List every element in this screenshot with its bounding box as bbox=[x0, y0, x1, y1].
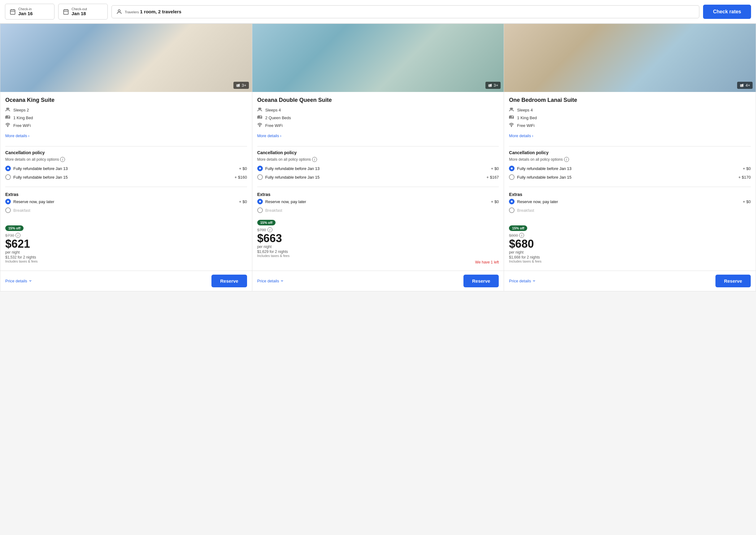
radio-unselected-oceana-king-suite[interactable] bbox=[5, 174, 11, 180]
chevron-right-icon: › bbox=[28, 133, 29, 138]
refund-option-1-one-bedroom-lanai-suite[interactable]: Fully refundable before Jan 13 + $0 bbox=[509, 166, 751, 171]
radio-selected-oceana-king-suite[interactable] bbox=[5, 166, 11, 171]
radio-unselected-one-bedroom-lanai-suite[interactable] bbox=[509, 174, 515, 180]
reserve-button-oceana-king-suite[interactable]: Reserve bbox=[211, 275, 247, 287]
extra-radio-unselected-oceana-double-queen-suite[interactable] bbox=[257, 208, 263, 213]
more-details-link-oceana-king-suite[interactable]: More details › bbox=[5, 133, 247, 138]
checkout-field[interactable]: Check-out Jan 18 bbox=[58, 4, 108, 19]
extra-option-1-one-bedroom-lanai-suite[interactable]: Reserve now, pay later + $0 bbox=[509, 199, 751, 204]
extra-radio-unselected-oceana-king-suite[interactable] bbox=[5, 208, 11, 213]
more-details-link-one-bedroom-lanai-suite[interactable]: More details › bbox=[509, 133, 751, 138]
reserve-button-oceana-double-queen-suite[interactable]: Reserve bbox=[463, 275, 499, 287]
refund-text-2-one-bedroom-lanai-suite: Fully refundable before Jan 15 bbox=[517, 175, 572, 180]
room-image-oceana-double-queen-suite[interactable]: 3+ bbox=[252, 24, 504, 92]
refund-price-1-oceana-king-suite: + $0 bbox=[239, 166, 247, 171]
sleeps-amenity-one-bedroom-lanai-suite: Sleeps 4 bbox=[509, 107, 751, 113]
reserve-button-one-bedroom-lanai-suite[interactable]: Reserve bbox=[715, 275, 751, 287]
wifi-amenity-one-bedroom-lanai-suite: Free WiFi bbox=[509, 123, 751, 128]
price-section-one-bedroom-lanai-suite: 15% off $800 i $680 per night $1,668 for… bbox=[509, 222, 751, 266]
refund-option-2-oceana-double-queen-suite[interactable]: Fully refundable before Jan 15 + $167 bbox=[257, 174, 499, 180]
extra-radio-selected-oceana-king-suite[interactable] bbox=[5, 199, 11, 204]
info-icon-one-bedroom-lanai-suite[interactable]: i bbox=[564, 157, 569, 162]
discount-badge-oceana-double-queen-suite: 15% off bbox=[257, 220, 275, 225]
room-image-oceana-king-suite[interactable]: 3+ bbox=[0, 24, 252, 92]
svg-rect-21 bbox=[259, 116, 260, 117]
extra-radio-unselected-one-bedroom-lanai-suite[interactable] bbox=[509, 208, 515, 213]
wifi-text-one-bedroom-lanai-suite: Free WiFi bbox=[517, 123, 534, 128]
refund-price-1-oceana-double-queen-suite: + $0 bbox=[491, 166, 499, 171]
divider-1-oceana-king-suite bbox=[5, 146, 247, 147]
sleeps-text-one-bedroom-lanai-suite: Sleeps 4 bbox=[517, 108, 533, 112]
price-info-icon-oceana-king-suite[interactable]: i bbox=[15, 233, 20, 238]
refund-text-1-oceana-king-suite: Fully refundable before Jan 13 bbox=[13, 166, 68, 171]
price-info-icon-oceana-double-queen-suite[interactable]: i bbox=[267, 227, 272, 232]
total-price-oceana-king-suite: $1,532 for 2 nights bbox=[5, 255, 247, 260]
refund-option-1-oceana-king-suite[interactable]: Fully refundable before Jan 13 + $0 bbox=[5, 166, 247, 171]
sleeps-icon bbox=[5, 107, 11, 113]
discount-badge-oceana-king-suite: 15% off bbox=[5, 225, 23, 231]
refund-text-1-oceana-double-queen-suite: Fully refundable before Jan 13 bbox=[265, 166, 320, 171]
extra-option-1-oceana-king-suite[interactable]: Reserve now, pay later + $0 bbox=[5, 199, 247, 204]
per-night-one-bedroom-lanai-suite: per night bbox=[509, 250, 751, 255]
refund-option-2-one-bedroom-lanai-suite[interactable]: Fully refundable before Jan 15 + $170 bbox=[509, 174, 751, 180]
more-details-link-oceana-double-queen-suite[interactable]: More details › bbox=[257, 133, 499, 138]
sleeps-text-oceana-king-suite: Sleeps 2 bbox=[13, 108, 29, 112]
wifi-text-oceana-double-queen-suite: Free WiFi bbox=[265, 123, 283, 128]
bed-amenity-one-bedroom-lanai-suite: 1 King Bed bbox=[509, 115, 751, 121]
info-icon-oceana-king-suite[interactable]: i bbox=[60, 157, 65, 162]
taxes-note-one-bedroom-lanai-suite: Includes taxes & fees bbox=[509, 260, 751, 263]
travelers-field[interactable]: Travelers 1 room, 2 travelers bbox=[111, 5, 699, 18]
extra-text-1-oceana-king-suite: Reserve now, pay later bbox=[13, 199, 54, 204]
extra-option-2-oceana-double-queen-suite[interactable]: Breakfast bbox=[257, 208, 499, 213]
bed-text-oceana-double-queen-suite: 2 Queen Beds bbox=[265, 116, 291, 120]
checkin-label: Check-in bbox=[18, 7, 33, 11]
svg-point-8 bbox=[118, 10, 121, 12]
refund-text-2-oceana-double-queen-suite: Fully refundable before Jan 15 bbox=[265, 175, 320, 180]
svg-rect-14 bbox=[7, 116, 8, 117]
refund-option-1-oceana-double-queen-suite[interactable]: Fully refundable before Jan 13 + $0 bbox=[257, 166, 499, 171]
extra-radio-selected-oceana-double-queen-suite[interactable] bbox=[257, 199, 263, 204]
cancellation-title-oceana-king-suite: Cancellation policy bbox=[5, 150, 247, 155]
original-price-one-bedroom-lanai-suite: $800 i bbox=[509, 233, 751, 238]
extra-radio-selected-one-bedroom-lanai-suite[interactable] bbox=[509, 199, 515, 204]
photo-count-badge-oceana-double-queen-suite: 3+ bbox=[486, 82, 501, 89]
radio-selected-oceana-double-queen-suite[interactable] bbox=[257, 166, 263, 171]
cancellation-subtitle-one-bedroom-lanai-suite: More details on all policy options i bbox=[509, 157, 751, 162]
refund-price-2-one-bedroom-lanai-suite: + $170 bbox=[738, 175, 751, 180]
room-image-one-bedroom-lanai-suite[interactable]: 4+ bbox=[504, 24, 756, 92]
check-rates-button[interactable]: Check rates bbox=[703, 5, 751, 19]
taxes-note-oceana-king-suite: Includes taxes & fees bbox=[5, 260, 247, 263]
svg-rect-25 bbox=[742, 84, 743, 85]
price-details-link-oceana-double-queen-suite[interactable]: Price details bbox=[257, 279, 284, 283]
price-details-link-oceana-king-suite[interactable]: Price details bbox=[5, 279, 32, 283]
cancellation-title-one-bedroom-lanai-suite: Cancellation policy bbox=[509, 150, 751, 155]
extra-text-2-one-bedroom-lanai-suite: Breakfast bbox=[517, 208, 534, 213]
price-info-icon-one-bedroom-lanai-suite[interactable]: i bbox=[519, 233, 524, 238]
bed-amenity-oceana-double-queen-suite: 2 Queen Beds bbox=[257, 115, 499, 121]
extras-title-oceana-king-suite: Extras bbox=[5, 192, 247, 197]
extra-option-1-oceana-double-queen-suite[interactable]: Reserve now, pay later + $0 bbox=[257, 199, 499, 204]
room-name-oceana-king-suite: Oceana King Suite bbox=[5, 97, 247, 103]
extra-option-2-one-bedroom-lanai-suite[interactable]: Breakfast bbox=[509, 208, 751, 213]
sleeps-amenity-oceana-double-queen-suite: Sleeps 4 bbox=[257, 107, 499, 113]
radio-unselected-oceana-double-queen-suite[interactable] bbox=[257, 174, 263, 180]
extra-option-2-oceana-king-suite[interactable]: Breakfast bbox=[5, 208, 247, 213]
photos-icon bbox=[488, 83, 492, 88]
refund-option-2-oceana-king-suite[interactable]: Fully refundable before Jan 15 + $160 bbox=[5, 174, 247, 180]
refund-price-1-one-bedroom-lanai-suite: + $0 bbox=[743, 166, 751, 171]
svg-rect-11 bbox=[239, 84, 240, 85]
card-footer-oceana-king-suite: Price details Reserve bbox=[0, 270, 252, 291]
wifi-icon bbox=[509, 123, 515, 128]
cancellation-title-oceana-double-queen-suite: Cancellation policy bbox=[257, 150, 499, 155]
wifi-icon bbox=[5, 123, 11, 128]
chevron-right-icon: › bbox=[532, 133, 533, 138]
info-icon-oceana-double-queen-suite[interactable]: i bbox=[312, 157, 317, 162]
checkout-date: Jan 18 bbox=[71, 11, 86, 16]
price-details-link-one-bedroom-lanai-suite[interactable]: Price details bbox=[509, 279, 536, 283]
original-price-oceana-double-queen-suite: $780 i bbox=[257, 227, 499, 232]
checkin-field[interactable]: Check-in Jan 16 bbox=[5, 4, 54, 19]
svg-point-13 bbox=[8, 108, 9, 109]
radio-selected-one-bedroom-lanai-suite[interactable] bbox=[509, 166, 515, 171]
room-name-oceana-double-queen-suite: Oceana Double Queen Suite bbox=[257, 97, 499, 103]
card-footer-oceana-double-queen-suite: Price details Reserve bbox=[252, 270, 504, 291]
